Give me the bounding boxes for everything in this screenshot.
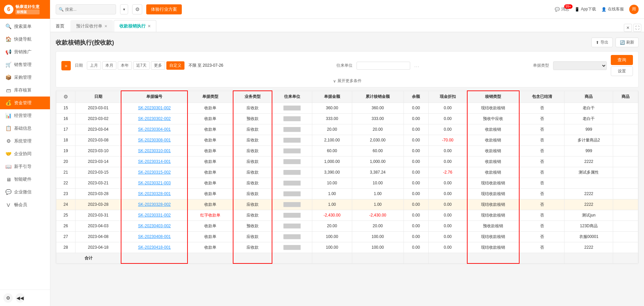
cell-no: 27: [56, 231, 75, 242]
table-row: 15 2023-03-01 SK-20230301-002 收款单 应收款 ██…: [56, 103, 638, 113]
sidebar: 6 畅康道好生意 标推版 🔍搜索菜单🏠快捷导航📢营销推广🛒销售管理📦采购管理🗃库…: [0, 0, 50, 306]
bill-no-link[interactable]: SK-20230408-001: [138, 234, 171, 239]
sidebar-label-hardware: 智能硬件: [14, 176, 32, 182]
cell-product: 2222: [565, 199, 613, 210]
search-input[interactable]: [65, 7, 105, 12]
cell-cumulative: 60.00: [352, 145, 404, 156]
bill-no-link[interactable]: SK-20230310-001: [138, 148, 171, 153]
gear-icon[interactable]: ⚙: [132, 4, 142, 14]
bill-no-link[interactable]: SK-20230308-001: [138, 138, 171, 142]
phone-icon: 📱: [575, 7, 580, 12]
cell-cancel-type: 收款核销: [467, 167, 520, 178]
cell-cash-discount: 0.00: [429, 145, 467, 156]
sidebar-item-wechat[interactable]: 💬企业微信: [0, 186, 50, 198]
cell-no: 20: [56, 156, 75, 167]
filter-expand-btn[interactable]: »: [61, 61, 71, 70]
voucher-type-select[interactable]: 收款单 红字收款单: [553, 61, 607, 70]
query-btn[interactable]: 查询: [611, 55, 633, 65]
app-download-action[interactable]: 📱 App下载: [575, 6, 596, 12]
cell-biz-type: 应收款: [233, 210, 272, 221]
sidebar-item-system[interactable]: ⚙系统管理: [0, 135, 50, 147]
receipt-cancel-tab-close[interactable]: ✕: [148, 24, 151, 28]
cell-bill-no: SK-20230418-001: [121, 242, 187, 253]
filter-settings-btn[interactable]: 设置: [611, 66, 633, 76]
more-date-btn[interactable]: 更多: [151, 61, 165, 70]
cell-cash-discount: 0.00: [429, 210, 467, 221]
app-logo: 6 畅康道好生意 标推版: [0, 0, 50, 19]
tab-receipt-cancel[interactable]: 收款核销执行 ✕: [114, 20, 156, 32]
cell-no: 16: [56, 113, 75, 124]
pre-receive-tab-close[interactable]: ✕: [104, 24, 107, 28]
sidebar-icon-sales: 🛒: [5, 62, 11, 68]
search-box[interactable]: 🔍: [56, 4, 116, 14]
cell-cancel-type: 现结收款核销: [467, 178, 520, 188]
cell-bill-type: 收款单: [187, 221, 233, 231]
last-month-btn[interactable]: 上月: [87, 61, 101, 70]
sidebar-item-purchase[interactable]: 📦采购管理: [0, 71, 50, 84]
bill-no-link[interactable]: SK-20230301-002: [138, 106, 171, 110]
cell-bill-no: SK-20230314-001: [121, 156, 187, 167]
settings-bottom-icon[interactable]: ⚙: [3, 293, 13, 303]
online-service-action[interactable]: 👤 在线客服: [601, 6, 624, 12]
cell-product: 老白干: [565, 113, 613, 124]
cell-biz-type: 应收款: [233, 124, 272, 135]
bill-no-link[interactable]: SK-20230302-002: [138, 116, 171, 121]
cell-product: 多计量商品2: [565, 135, 613, 145]
bill-no-link[interactable]: SK-20230315-002: [138, 170, 171, 175]
cell-counterpart: ██████: [272, 156, 312, 167]
last-7days-btn[interactable]: 近7天: [133, 61, 150, 70]
industry-btn[interactable]: 体验行业方案: [146, 4, 182, 14]
cell-cancel-type: 收款核销: [467, 145, 520, 156]
collapse-icon[interactable]: ◀◀: [15, 293, 25, 303]
custom-date-btn[interactable]: 自定义: [166, 61, 184, 70]
messages-action[interactable]: 💬 消息 99+: [555, 6, 569, 12]
sidebar-item-marketing[interactable]: 📢营销推广: [0, 46, 50, 58]
cell-product: 衣服00001: [565, 231, 613, 242]
bill-no-link[interactable]: SK-20230328-001: [138, 191, 171, 196]
this-month-btn[interactable]: 本月: [102, 61, 116, 70]
col-settings[interactable]: ⚙: [56, 91, 75, 103]
footer-cancel-type: [467, 253, 520, 263]
sidebar-item-finance[interactable]: 💰资金管理: [0, 97, 50, 109]
sidebar-item-search[interactable]: 🔍搜索菜单: [0, 20, 50, 33]
cell-biz-type: 预收款: [233, 113, 272, 124]
bill-no-link[interactable]: SK-20230304-001: [138, 127, 171, 132]
bill-no-link[interactable]: SK-20230314-001: [138, 159, 171, 164]
bill-no-link[interactable]: SK-20230328-002: [138, 202, 171, 207]
sidebar-item-operations[interactable]: 📊经营管理: [0, 109, 50, 122]
sidebar-item-inventory[interactable]: 🗃库存核算: [0, 84, 50, 97]
tab-home[interactable]: 首页: [50, 20, 70, 32]
cell-counterpart: ██████: [272, 167, 312, 178]
this-year-btn[interactable]: 本年: [118, 61, 132, 70]
cell-date: 2023-03-28: [75, 199, 121, 210]
refresh-btn[interactable]: 🔄 刷新: [615, 38, 639, 47]
sidebar-label-finance: 资金管理: [14, 100, 32, 106]
bill-no-link[interactable]: SK-20230321-003: [138, 181, 171, 185]
bill-no-link[interactable]: SK-20230331-002: [138, 213, 171, 218]
footer-bill-no: [121, 253, 187, 263]
col-bill-type: 单据类型: [187, 91, 233, 103]
sidebar-item-member[interactable]: V畅会员: [0, 198, 50, 211]
sidebar-item-sales[interactable]: 🛒销售管理: [0, 58, 50, 71]
bill-no-link[interactable]: SK-20230418-001: [138, 245, 171, 250]
cell-balance: 0.00: [404, 156, 428, 167]
tab-pre-receive[interactable]: 预计应收付单 ✕: [70, 20, 113, 32]
sidebar-item-hardware[interactable]: 🖥智能硬件: [0, 173, 50, 186]
expand-more-btn[interactable]: ∨ 展开更多条件: [333, 78, 362, 84]
cell-bill-no: SK-20230403-002: [121, 221, 187, 231]
cell-counterpart: ██████: [272, 178, 312, 188]
close-tab-btn[interactable]: ✕: [624, 24, 632, 32]
sidebar-item-quick-nav[interactable]: 🏠快捷导航: [0, 33, 50, 46]
dropdown-btn[interactable]: ▾: [120, 4, 128, 14]
bill-no-link[interactable]: SK-20230403-002: [138, 224, 171, 228]
sidebar-label-corp: 企业协同: [14, 151, 32, 157]
sidebar-item-base-info[interactable]: 📋基础信息: [0, 122, 50, 135]
sidebar-item-corp[interactable]: 🤝企业协同: [0, 147, 50, 160]
counterpart-input[interactable]: [357, 62, 410, 70]
maximize-tab-btn[interactable]: ⛶: [633, 24, 641, 32]
table-row: 18 2023-03-08 SK-20230308-001 收款单 应收款 ██…: [56, 135, 638, 145]
sidebar-menu: 🔍搜索菜单🏠快捷导航📢营销推广🛒销售管理📦采购管理🗃库存核算💰资金管理📊经营管理…: [0, 19, 50, 290]
sidebar-item-guide[interactable]: 📖新手引导: [0, 160, 50, 173]
export-btn[interactable]: ⬆ 导出: [591, 38, 613, 47]
user-avatar[interactable]: 用: [629, 5, 639, 14]
